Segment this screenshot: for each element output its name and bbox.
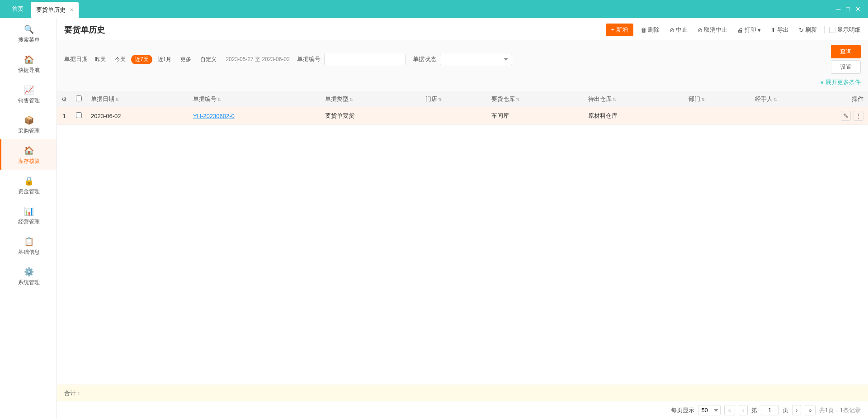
maximize-icon[interactable]: □ <box>846 5 850 13</box>
sort-docno-icon[interactable]: ⇅ <box>217 97 221 102</box>
page-number-input[interactable] <box>761 405 779 415</box>
export-icon: ⬆ <box>771 27 776 33</box>
row-docno[interactable]: YH-20230602-0 <box>189 107 321 125</box>
cancel-stop-icon: ⊘ <box>698 27 703 33</box>
date-filter-label: 单据日期 <box>64 55 88 63</box>
sort-reqwh-icon[interactable]: ⇅ <box>516 97 519 102</box>
sort-handler-icon[interactable]: ⇅ <box>774 97 777 102</box>
cancel-stop-button[interactable]: ⊘ 取消中止 <box>695 24 730 36</box>
search-icon: 🔍 <box>24 24 34 34</box>
sidebar-item-finance[interactable]: 🔒 资金管理 <box>0 170 57 200</box>
col-docno: 单据编号⇅ <box>189 91 321 107</box>
doc-no-label: 单据编号 <box>297 55 321 63</box>
sidebar-item-nav[interactable]: 🏠 快捷导航 <box>0 48 57 79</box>
sidebar-item-purchase[interactable]: 📦 采购管理 <box>0 109 57 139</box>
date-option-today[interactable]: 今天 <box>111 55 129 64</box>
sidebar-item-sales[interactable]: 📈 销售管理 <box>0 79 57 109</box>
page-header: 要货单历史 + 新增 🗑 删除 ⊘ 中止 ⊘ 取消中止 🖨 打印 <box>57 18 868 40</box>
sidebar-item-operation[interactable]: 📊 经营管理 <box>0 200 57 230</box>
page-label: 第 <box>751 406 757 414</box>
data-table: ⚙ 单据日期⇅ 单据编号⇅ 单据类型⇅ 门店⇅ 要货仓库⇅ 待出仓库⇅ 部门⇅ … <box>57 91 868 125</box>
status-label: 单据状态 <box>413 55 436 63</box>
table-row: 1 2023-06-02 YH-20230602-0 要货单要货 车间库 原材料… <box>57 107 868 125</box>
next-page-button[interactable]: › <box>792 405 801 415</box>
first-page-button[interactable]: « <box>724 405 735 415</box>
filter-bar: 单据日期 昨天 今天 近7天 近1月 更多 自定义 2023-05-27 至 2… <box>57 40 868 91</box>
filter-group-status: 单据状态 <box>413 54 512 65</box>
tab-close-icon[interactable]: × <box>70 7 73 13</box>
edit-icon[interactable]: ✎ <box>841 111 851 121</box>
filter-actions: 查询 设置 <box>831 45 861 74</box>
per-page-label: 每页显示 <box>671 406 694 414</box>
date-option-1month[interactable]: 近1月 <box>154 55 175 64</box>
sidebar-label-operation: 经营管理 <box>18 218 40 226</box>
sort-date-icon[interactable]: ⇅ <box>115 97 119 102</box>
new-button[interactable]: + 新增 <box>606 24 633 36</box>
date-option-custom[interactable]: 自定义 <box>197 55 220 64</box>
sidebar-label-inventory: 库存核算 <box>18 157 40 165</box>
sort-dept-icon[interactable]: ⇅ <box>701 97 705 102</box>
col-doctype: 单据类型⇅ <box>321 91 421 107</box>
sort-doctype-icon[interactable]: ⇅ <box>349 97 353 102</box>
basic-icon: 📋 <box>24 237 34 247</box>
stop-button[interactable]: ⊘ 中止 <box>667 24 690 36</box>
settings-button[interactable]: 设置 <box>831 60 861 74</box>
filter-group-date: 单据日期 昨天 今天 近7天 近1月 更多 自定义 2023-05-27 至 2… <box>64 55 290 64</box>
date-option-7days[interactable]: 近7天 <box>131 55 152 64</box>
date-option-yesterday[interactable]: 昨天 <box>91 55 109 64</box>
last-page-button[interactable]: » <box>805 405 815 415</box>
row-department <box>684 107 750 125</box>
finance-icon: 🔒 <box>24 176 34 186</box>
col-operation: 操作 <box>832 91 868 107</box>
print-icon: 🖨 <box>737 27 743 33</box>
sort-store-icon[interactable]: ⇅ <box>438 97 442 102</box>
sidebar-label-system: 系统管理 <box>18 279 40 286</box>
sidebar-item-basic[interactable]: 📋 基础信息 <box>0 230 57 261</box>
delete-button[interactable]: 🗑 删除 <box>638 24 662 36</box>
row-checkbox[interactable] <box>76 112 82 118</box>
expand-icon: ▾ <box>821 79 824 86</box>
tab-home[interactable]: 首页 <box>5 0 31 18</box>
close-window-icon[interactable]: ✕ <box>855 5 861 13</box>
more-icon[interactable]: ⋮ <box>854 111 863 121</box>
sidebar-item-system[interactable]: ⚙️ 系统管理 <box>0 261 57 291</box>
date-options: 昨天 今天 近7天 近1月 更多 自定义 <box>91 55 220 64</box>
expand-more-btn[interactable]: ▾ 展开更多条件 <box>821 78 861 86</box>
tab-active[interactable]: 要货单历史 × <box>31 2 79 18</box>
refresh-button[interactable]: ↻ 刷新 <box>796 24 820 36</box>
pagination-bar: 每页显示 50 10 20 100 « ‹ 第 页 › » 共1页，1条记录 <box>57 401 868 419</box>
home-icon: 🏠 <box>24 55 34 65</box>
sidebar-item-search[interactable]: 🔍 搜索菜单 <box>0 18 57 48</box>
row-store <box>421 107 487 125</box>
row-checkbox-cell <box>71 107 86 125</box>
show-detail-checkbox[interactable] <box>829 27 835 33</box>
sort-pendingwh-icon[interactable]: ⇅ <box>613 97 616 102</box>
sidebar: 🔍 搜索菜单 🏠 快捷导航 📈 销售管理 📦 采购管理 🏠 库存核算 🔒 资金管… <box>0 18 57 419</box>
print-button[interactable]: 🖨 打印 ▾ <box>735 24 764 36</box>
row-date: 2023-06-02 <box>86 107 189 125</box>
sidebar-item-inventory[interactable]: 🏠 库存核算 <box>0 139 57 170</box>
date-option-more[interactable]: 更多 <box>177 55 195 64</box>
status-select[interactable] <box>440 54 512 65</box>
filter-group-docno: 单据编号 <box>297 54 406 65</box>
prev-page-button[interactable]: ‹ <box>739 405 748 415</box>
col-checkbox[interactable] <box>71 91 86 107</box>
export-button[interactable]: ⬆ 导出 <box>768 24 792 36</box>
doc-no-link[interactable]: YH-20230602-0 <box>193 113 235 119</box>
refresh-icon: ↻ <box>799 27 804 33</box>
delete-icon: 🗑 <box>641 27 646 33</box>
minimize-icon[interactable]: ─ <box>836 5 841 13</box>
row-handler <box>750 107 832 125</box>
col-settings[interactable]: ⚙ <box>57 91 71 107</box>
sidebar-label-basic: 基础信息 <box>18 248 40 256</box>
filter-row-1: 单据日期 昨天 今天 近7天 近1月 更多 自定义 2023-05-27 至 2… <box>64 45 861 74</box>
total-info: 共1页，1条记录 <box>819 406 861 414</box>
date-range-display: 2023-05-27 至 2023-06-02 <box>226 56 289 63</box>
per-page-select[interactable]: 50 10 20 100 <box>698 405 721 415</box>
query-button[interactable]: 查询 <box>831 45 861 58</box>
op-icons: ✎ ⋮ <box>836 111 863 121</box>
doc-no-input[interactable] <box>324 54 406 65</box>
sidebar-label-sales: 销售管理 <box>18 97 40 105</box>
select-all-checkbox[interactable] <box>76 95 82 101</box>
content-area: 要货单历史 + 新增 🗑 删除 ⊘ 中止 ⊘ 取消中止 🖨 打印 <box>57 18 868 419</box>
